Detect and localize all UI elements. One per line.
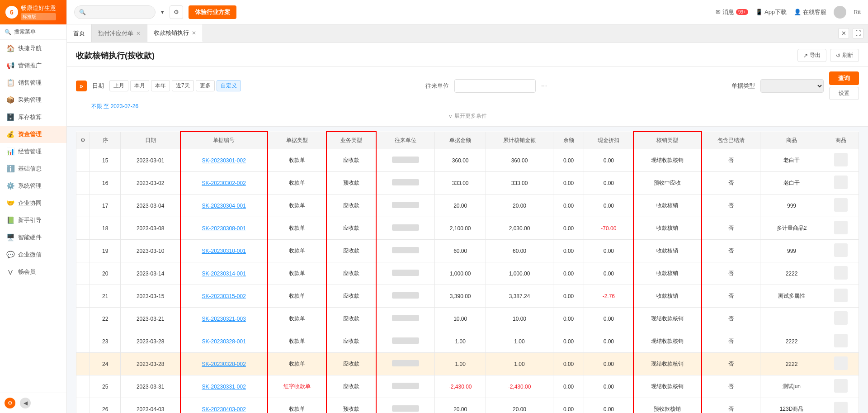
query-button[interactable]: 查询 (829, 71, 859, 85)
doc-type-select[interactable] (760, 79, 824, 93)
table-row[interactable]: 242023-03-28SK-20230328-002收款单应收款1.001.0… (76, 353, 859, 375)
sidebar-item-purchase[interactable]: 📦 采购管理 (0, 91, 66, 109)
table-row[interactable]: 172023-03-04SK-20230304-001收款单应收款20.0020… (76, 195, 859, 217)
tab-payable[interactable]: 预付冲应付单 ✕ (92, 24, 147, 42)
this-month-btn[interactable]: 本月 (130, 80, 149, 91)
filter-toggle-button[interactable]: » (76, 81, 87, 91)
cell-include-settled: 否 (702, 308, 760, 330)
table-row[interactable]: 202023-03-14SK-20230314-001收款单应收款1,000.0… (76, 262, 859, 285)
sidebar-item-marketing[interactable]: 📢 营销推广 (0, 57, 66, 74)
table-row[interactable]: 152023-03-01SK-20230301-002收款单应收款360.003… (76, 149, 859, 172)
content-header: 收款核销执行(按收款) ↗ 导出 ↺ 刷新 (67, 43, 868, 67)
th-cancel-amount: 累计核销金额 (486, 132, 553, 149)
online-service-item[interactable]: 👤 在线客服 (794, 8, 826, 16)
cell-seq: 26 (90, 398, 121, 413)
purchase-icon: 📦 (6, 96, 14, 104)
collapse-icon[interactable]: ◀ (20, 398, 31, 408)
table-row[interactable]: 182023-03-08SK-20230308-001收款单应收款2,100.0… (76, 217, 859, 240)
cell-amount: 2,100.00 (435, 217, 486, 240)
this-year-btn[interactable]: 本年 (151, 80, 170, 91)
cell-settings (76, 375, 90, 398)
topbar-search[interactable]: 🔍 (74, 5, 156, 19)
tab-payable-close[interactable]: ✕ (136, 30, 141, 37)
cell-product-img (823, 398, 859, 413)
sidebar-item-member[interactable]: V 畅会员 (0, 263, 66, 280)
system-label: 系统管理 (18, 182, 42, 190)
custom-date-btn[interactable]: 自定义 (217, 80, 241, 91)
cell-balance: 0.00 (553, 375, 584, 398)
tab-receivable[interactable]: 收款核销执行 ✕ (147, 24, 203, 42)
expand-filter-button[interactable]: ∨ 展开更多条件 (76, 110, 859, 122)
cell-doc-num: SK-20230310-001 (180, 240, 268, 262)
cell-cancel-amount: 20.00 (486, 195, 553, 217)
cell-cancel-amount: 1,000.00 (486, 262, 553, 285)
user-avatar[interactable] (834, 6, 846, 19)
table-row[interactable]: 162023-03-02SK-20230302-002收款单预收款333.003… (76, 172, 859, 195)
sidebar-item-sales[interactable]: 📋 销售管理 (0, 74, 66, 91)
last-7-days-btn[interactable]: 近7天 (172, 80, 194, 91)
sidebar-item-quick-nav[interactable]: 🏠 快捷导航 (0, 40, 66, 57)
cell-balance: 0.00 (553, 330, 584, 353)
doc-num-link[interactable]: SK-20230314-001 (202, 271, 245, 277)
table-row[interactable]: 212023-03-15SK-20230315-002收款单应收款3,390.0… (76, 285, 859, 308)
solution-button[interactable]: 体验行业方案 (189, 5, 236, 19)
sales-icon: 📋 (6, 79, 14, 87)
th-doc-type: 单据类型 (268, 132, 326, 149)
sidebar-item-operations[interactable]: 📊 经营管理 (0, 143, 66, 160)
gear-button[interactable]: ⚙ (170, 5, 183, 19)
topbar-dropdown[interactable]: ▾ (161, 9, 164, 15)
table-row[interactable]: 222023-03-21SK-20230321-003收款单应收款10.0010… (76, 308, 859, 330)
doc-num-link[interactable]: SK-20230328-001 (202, 338, 245, 345)
sidebar-item-system[interactable]: ⚙️ 系统管理 (0, 177, 66, 195)
table-row[interactable]: 232023-03-28SK-20230328-001收款单应收款1.001.0… (76, 330, 859, 353)
more-dates-btn[interactable]: 更多 (196, 80, 215, 91)
settings-bottom-icon[interactable]: ⚙ (5, 398, 15, 408)
cell-cash-discount: -2.76 (584, 285, 633, 308)
doc-num-link[interactable]: SK-20230302-002 (202, 180, 245, 186)
doc-num-link[interactable]: SK-20230403-002 (202, 406, 245, 413)
doc-num-link[interactable]: SK-20230321-003 (202, 316, 245, 322)
sidebar-item-funds[interactable]: 💰 资金管理 (0, 126, 66, 143)
cell-product-img (823, 149, 859, 172)
doc-num-link[interactable]: SK-20230301-002 (202, 157, 245, 164)
sidebar-item-hardware[interactable]: 🖥️ 智能硬件 (0, 229, 66, 246)
tab-home[interactable]: 首页 (67, 24, 92, 42)
cell-settings (76, 330, 90, 353)
doc-num-link[interactable]: SK-20230308-001 (202, 225, 245, 232)
cell-cash-discount: 0.00 (584, 172, 633, 195)
basics-icon: ℹ️ (6, 165, 14, 173)
cell-product: 测试jun (760, 375, 823, 398)
th-settings[interactable]: ⚙ (76, 132, 90, 149)
doc-num-link[interactable]: SK-20230328-002 (202, 361, 245, 367)
message-item[interactable]: ✉ 消息 99+ (716, 8, 748, 16)
search-menu-item[interactable]: 🔍 搜索菜单 (0, 24, 66, 40)
doc-num-link[interactable]: SK-20230304-001 (202, 203, 245, 209)
sidebar-item-enterprise[interactable]: 🤝 企业协同 (0, 195, 66, 212)
cell-product: 999 (760, 240, 823, 262)
expand-tabs-button[interactable]: ⛶ (853, 28, 863, 39)
search-label: 搜索菜单 (14, 28, 36, 36)
table-row[interactable]: 252023-03-31SK-20230331-002红字收款单应收款-2,43… (76, 375, 859, 398)
table-row[interactable]: 192023-03-10SK-20230310-001收款单应收款60.0060… (76, 240, 859, 262)
tab-receivable-close[interactable]: ✕ (192, 30, 196, 36)
more-filter-dots[interactable]: ··· (541, 82, 547, 90)
last-month-btn[interactable]: 上月 (109, 80, 128, 91)
cell-amount: 20.00 (435, 195, 486, 217)
sidebar-item-basics[interactable]: ℹ️ 基础信息 (0, 160, 66, 177)
table-row[interactable]: 262023-04-03SK-20230403-002收款单预收款20.0020… (76, 398, 859, 413)
filter-settings-button[interactable]: 设置 (829, 87, 859, 100)
partner-input[interactable] (454, 79, 536, 93)
doc-num-link[interactable]: SK-20230310-001 (202, 248, 245, 254)
cell-doc-type: 收款单 (268, 285, 326, 308)
sidebar-item-guide[interactable]: 📗 新手引导 (0, 212, 66, 229)
export-button[interactable]: ↗ 导出 (797, 49, 826, 62)
doc-num-link[interactable]: SK-20230331-002 (202, 384, 245, 390)
doc-num-link[interactable]: SK-20230315-002 (202, 293, 245, 299)
cell-product: 多计量商品2 (760, 217, 823, 240)
app-download-item[interactable]: 📱 App下载 (755, 8, 787, 16)
refresh-button[interactable]: ↺ 刷新 (830, 49, 859, 62)
sidebar-item-wechat[interactable]: 💬 企业微信 (0, 246, 66, 263)
user-name: Rit (854, 9, 861, 15)
sidebar-item-inventory[interactable]: 🗄️ 库存核算 (0, 109, 66, 126)
close-all-tabs-button[interactable]: ✕ (838, 28, 849, 39)
